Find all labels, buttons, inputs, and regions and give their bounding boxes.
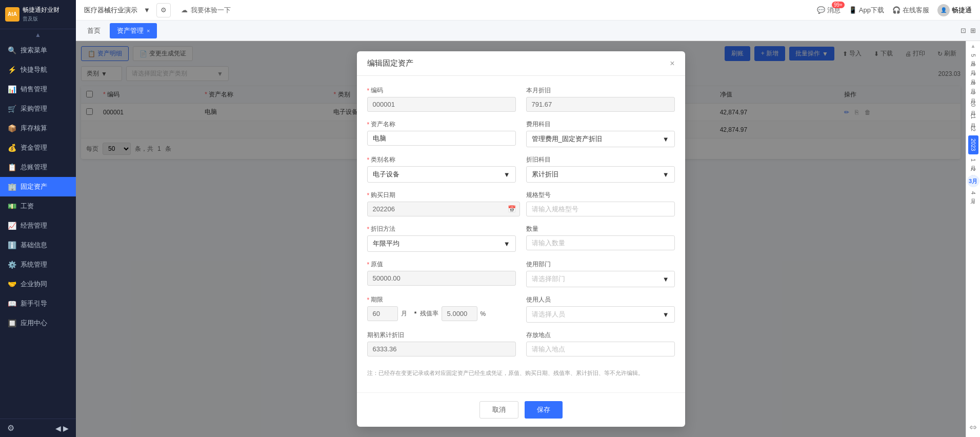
quantity-input[interactable] — [526, 235, 675, 250]
sidebar-item-operations[interactable]: 📈 经营管理 — [0, 216, 76, 235]
customer-service-btn[interactable]: 🎧 在线客服 — [892, 6, 929, 15]
dep-subject-select[interactable]: 累计折旧 ▼ — [526, 166, 675, 183]
storage-input[interactable] — [526, 342, 675, 356]
scroll-up-btn[interactable]: ▲ — [970, 43, 976, 49]
tab-expand-btns: ⊡ ⊞ — [961, 27, 976, 34]
month-11[interactable]: 11月 — [967, 110, 979, 122]
original-value-input[interactable] — [367, 271, 516, 286]
settings-gear-btn[interactable]: ⚙ — [156, 3, 171, 17]
mobile-icon: 📱 — [849, 6, 857, 14]
sidebar-item-system[interactable]: ⚙️ 系统管理 — [0, 255, 76, 274]
scroll-down-btn[interactable]: ▼ — [970, 200, 976, 205]
residual-rate-input[interactable] — [442, 306, 477, 321]
finance-icon: 💰 — [7, 143, 16, 152]
month-9[interactable]: 9月 — [967, 88, 979, 97]
app-download-btn[interactable]: 📱 App下载 — [849, 6, 884, 15]
form-col-quantity: 数量 — [526, 225, 675, 252]
minimize-icon[interactable]: ⊡ — [961, 27, 966, 34]
period-input[interactable] — [367, 306, 398, 321]
settings-icon[interactable]: ⚙ — [7, 423, 14, 433]
sidebar-item-fixed-assets[interactable]: 🏢 固定资产 — [0, 177, 76, 196]
month-12[interactable]: 12月 — [967, 122, 979, 134]
sidebar-item-cooperation[interactable]: 🤝 企业协同 — [0, 274, 76, 294]
month-sidebar: ▲ 5月 6月 7月 8月 9月 10月 11月 12月 2023 1月 2月 … — [966, 41, 980, 437]
user-menu[interactable]: 👤 畅捷通 — [937, 4, 972, 16]
month-4[interactable]: 4月 — [967, 188, 979, 197]
form-col-accumulated-dep: 期初累计折旧 — [367, 331, 516, 356]
sidebar-item-inventory[interactable]: 📦 库存核算 — [0, 118, 76, 138]
main-area: 医疗器械行业演示 ▼ ⚙ ☁ 我要体验一下 💬 消息 99+ 📱 App下载 — [76, 0, 980, 437]
tab-asset-management[interactable]: 资产管理 × — [110, 23, 157, 38]
tab-home[interactable]: 首页 — [80, 23, 108, 38]
personnel-label: 使用人员 — [526, 295, 675, 304]
edit-asset-modal: 编辑固定资产 × * 编码 — [357, 51, 685, 427]
sidebar-item-nav[interactable]: ⚡ 快捷导航 — [0, 60, 76, 80]
asset-name-input[interactable] — [367, 131, 516, 146]
calendar-icon[interactable]: 📅 — [508, 205, 516, 213]
payroll-icon: 💵 — [7, 202, 16, 211]
sidebar-item-search[interactable]: 🔍 搜索菜单 — [0, 41, 76, 60]
sidebar-item-label: 企业协同 — [21, 280, 47, 289]
form-col-dep-method: * 折旧方法 年限平均 ▼ — [367, 225, 516, 252]
asset-name-label: * 资产名称 — [367, 120, 516, 129]
dropdown-icon: ▼ — [663, 135, 669, 143]
sidebar-item-basic-info[interactable]: ℹ️ 基础信息 — [0, 235, 76, 255]
dep-method-label: * 折旧方法 — [367, 225, 516, 233]
sidebar-item-app-center[interactable]: 🔲 应用中心 — [0, 313, 76, 333]
month-1[interactable]: 1月 — [967, 155, 979, 165]
cancel-button[interactable]: 取消 — [479, 401, 518, 419]
month-10[interactable]: 10月 — [967, 97, 979, 110]
month-3[interactable]: 3月 — [967, 175, 979, 187]
expense-subject-select[interactable]: 管理费用_固定资产折旧 ▼ — [526, 131, 675, 147]
sidebar-item-label: 工资 — [21, 202, 34, 211]
save-button[interactable]: 保存 — [525, 401, 563, 419]
personnel-select[interactable]: 请选择人员 ▼ — [526, 306, 675, 323]
sidebar-item-payroll[interactable]: 💵 工资 — [0, 196, 76, 216]
message-icon: 💬 — [817, 6, 825, 14]
sidebar-item-purchase[interactable]: 🛒 采购管理 — [0, 99, 76, 118]
month-5[interactable]: 5月 — [967, 51, 979, 60]
basic-info-icon: ℹ️ — [7, 241, 16, 250]
code-input[interactable] — [367, 97, 516, 112]
notification-badge: 99+ — [832, 2, 845, 8]
sidebar-collapse-btn[interactable]: ◀▶ — [55, 424, 69, 432]
dropdown-icon: ▼ — [504, 240, 510, 248]
experience-btn[interactable]: ☁ 我要体验一下 — [181, 6, 231, 15]
sidebar-scroll-up[interactable]: ▲ — [0, 29, 76, 41]
sidebar-item-label: 库存核算 — [21, 124, 47, 133]
month-7[interactable]: 7月 — [967, 69, 979, 78]
monthly-dep-input[interactable] — [526, 97, 675, 112]
spec-input[interactable] — [526, 202, 675, 216]
sidebar-item-ledger[interactable]: 📋 总账管理 — [0, 157, 76, 177]
department-select[interactable]: 请选择部门 ▼ — [526, 271, 675, 287]
maximize-icon[interactable]: ⊞ — [970, 27, 976, 34]
accumulated-dep-input[interactable] — [367, 342, 516, 356]
month-6[interactable]: 6月 — [967, 60, 979, 69]
sidebar-item-sales[interactable]: 📊 销售管理 — [0, 80, 76, 99]
sidebar-item-finance[interactable]: 💰 资金管理 — [0, 138, 76, 157]
nav-icon: ⚡ — [7, 65, 16, 74]
dropdown-icon: ▼ — [504, 171, 510, 178]
form-col-original-value: * 原值 — [367, 260, 516, 287]
sidebar-toggle-btn[interactable]: ⇔ — [969, 420, 977, 435]
gear-icon: ⚙ — [161, 6, 167, 14]
sidebar-nav: 🔍 搜索菜单 ⚡ 快捷导航 📊 销售管理 🛒 采购管理 📦 库存核算 💰 — [0, 41, 76, 419]
tab-close-btn[interactable]: × — [147, 28, 150, 34]
app-center-icon: 🔲 — [7, 319, 16, 328]
notification-btn[interactable]: 💬 消息 99+ — [817, 6, 841, 15]
category-select[interactable]: 电子设备 ▼ — [367, 166, 516, 183]
ledger-icon: 📋 — [7, 163, 16, 172]
form-col-dep-subject: 折旧科目 累计折旧 ▼ — [526, 155, 675, 183]
month-8[interactable]: 8月 — [967, 78, 979, 88]
year-2023[interactable]: 2023 — [968, 135, 978, 154]
dep-method-select[interactable]: 年限平均 ▼ — [367, 235, 516, 252]
form-col-storage: 存放地点 — [526, 331, 675, 356]
modal-close-btn[interactable]: × — [670, 59, 674, 68]
purchase-date-input[interactable] — [367, 202, 520, 216]
sidebar-item-guide[interactable]: 📖 新手引导 — [0, 294, 76, 313]
form-row-5: * 折旧方法 年限平均 ▼ — [367, 225, 675, 252]
company-dropdown[interactable]: ▼ — [144, 6, 150, 14]
month-2[interactable]: 2月 — [967, 165, 979, 174]
storage-label: 存放地点 — [526, 331, 675, 340]
form-row-2: * 资产名称 费用科目 — [367, 120, 675, 147]
